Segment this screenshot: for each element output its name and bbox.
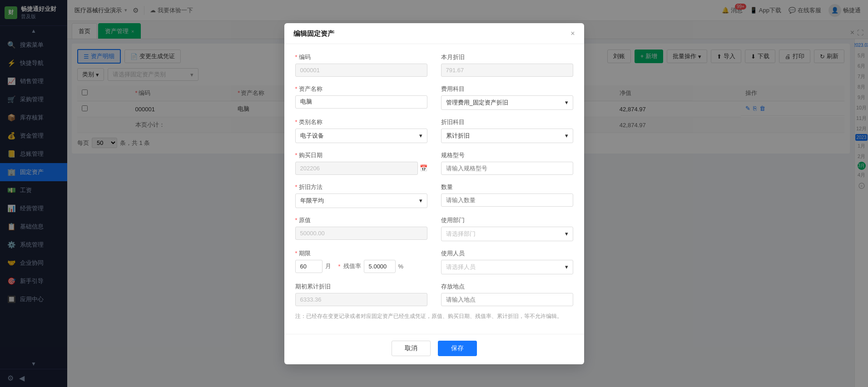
modal-body: *编码 本月折旧 *资产名称 费用科目 管理费用_固定资产折旧	[284, 44, 584, 334]
field-depr-subject: 折旧科目 累计折旧 ▾	[441, 118, 573, 143]
field-location: 存放地点	[441, 283, 573, 306]
edit-asset-modal: 编辑固定资产 × *编码 本月折旧 *资产名称	[284, 23, 584, 364]
depr-method-select[interactable]: 年限平均 ▾	[295, 194, 427, 208]
residual-rate-input[interactable]	[364, 260, 396, 273]
department-select[interactable]: 请选择部门 ▾	[441, 227, 573, 241]
modal-overlay[interactable]: 编辑固定资产 × *编码 本月折旧 *资产名称	[0, 0, 868, 387]
calendar-icon[interactable]: 📅	[420, 164, 427, 172]
field-monthly-depr: 本月折旧	[441, 53, 573, 77]
spec-input[interactable]	[441, 162, 573, 175]
period-input[interactable]	[295, 260, 322, 273]
quantity-input[interactable]	[441, 194, 573, 207]
person-select[interactable]: 请选择人员 ▾	[441, 260, 573, 274]
modal-grid: *编码 本月折旧 *资产名称 费用科目 管理费用_固定资产折旧	[295, 53, 573, 306]
residual-rate-label: 残值率	[343, 262, 361, 270]
chevron-down-icon: ▾	[565, 99, 568, 106]
field-quantity: 数量	[441, 183, 573, 208]
field-expense-subject: 费用科目 管理费用_固定资产折旧 ▾	[441, 85, 573, 110]
field-category: *类别名称 电子设备 ▾	[295, 118, 427, 143]
field-person: 使用人员 请选择人员 ▾	[441, 249, 573, 274]
modal-header: 编辑固定资产 ×	[284, 23, 584, 44]
chevron-down-icon: ▾	[419, 132, 422, 139]
save-button[interactable]: 保存	[438, 341, 477, 356]
field-purchase-date: *购买日期 📅	[295, 151, 427, 175]
field-spec: 规格型号	[441, 151, 573, 175]
code-input[interactable]	[295, 64, 427, 77]
field-code: *编码	[295, 53, 427, 77]
original-value-input[interactable]	[295, 227, 427, 240]
category-select[interactable]: 电子设备 ▾	[295, 129, 427, 143]
field-original-value: *原值	[295, 216, 427, 241]
chevron-down-icon: ▾	[565, 263, 568, 270]
modal-footer: 取消 保存	[284, 334, 584, 364]
expense-subject-select[interactable]: 管理费用_固定资产折旧 ▾	[441, 95, 573, 110]
residual-rate-unit: %	[398, 263, 404, 270]
field-depr-method: *折旧方法 年限平均 ▾	[295, 183, 427, 208]
modal-note: 注：已经存在变更记录或者对应固定资产已经生成凭证，原值、购买日期、残值率、累计折…	[295, 313, 573, 320]
modal-title: 编辑固定资产	[293, 30, 334, 38]
chevron-down-icon: ▾	[419, 197, 422, 204]
modal-close-btn[interactable]: ×	[570, 30, 575, 38]
asset-name-input[interactable]	[295, 95, 427, 109]
period-row: 月 * 残值率 %	[295, 260, 427, 273]
purchase-date-input[interactable]	[295, 162, 418, 175]
period-unit: 月	[325, 262, 331, 270]
field-department: 使用部门 请选择部门 ▾	[441, 216, 573, 241]
field-init-accum-depr: 期初累计折旧	[295, 283, 427, 306]
cancel-button[interactable]: 取消	[392, 341, 431, 356]
chevron-down-icon: ▾	[565, 132, 568, 139]
purchase-date-wrapper: 📅	[295, 162, 427, 175]
field-period: *期限 月 * 残值率 %	[295, 249, 427, 274]
field-asset-name: *资产名称	[295, 85, 427, 110]
location-input[interactable]	[441, 293, 573, 306]
chevron-down-icon: ▾	[565, 230, 568, 237]
depr-subject-select[interactable]: 累计折旧 ▾	[441, 129, 573, 143]
monthly-depr-input[interactable]	[441, 64, 573, 77]
init-accum-depr-input[interactable]	[295, 293, 427, 306]
